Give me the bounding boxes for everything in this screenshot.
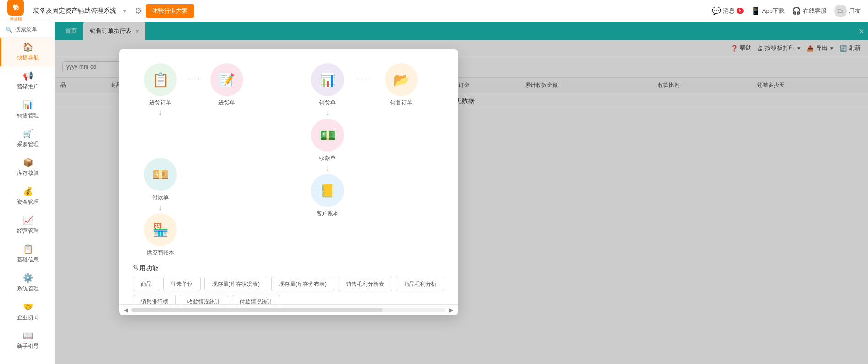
purchase-bill-label: 进货单	[218, 99, 235, 107]
supplier-ledger-circle: 🏪	[144, 213, 177, 246]
payment-label: 付款单	[152, 194, 169, 201]
sales-order-label: 销售订单	[390, 99, 412, 107]
online-service-button[interactable]: 🎧 在线客服	[792, 6, 827, 15]
download-icon: 📱	[751, 6, 760, 15]
user-label: 用友	[849, 7, 861, 15]
sidebar-item-operations[interactable]: 📈 经营管理	[0, 211, 55, 239]
func-btn-inventory-dist[interactable]: 现存量(库存分布表)	[271, 277, 334, 291]
sidebar-item-label: 销售管理	[17, 112, 39, 120]
receipt-label: 收款单	[319, 154, 336, 162]
scroll-thumb	[131, 308, 383, 312]
func-grid: 商品 往来单位 现存量(库存状况表) 现存量(库存分布表) 销售毛利分析表 商品…	[133, 277, 444, 291]
system-icon: ⚙️	[23, 273, 33, 283]
inventory-icon: 📦	[23, 158, 33, 168]
message-icon: 💬	[712, 6, 721, 15]
payment-circle: 💴	[144, 158, 177, 191]
scroll-track[interactable]	[131, 308, 446, 312]
flow-item-purchase-order[interactable]: 📋 进货订单	[133, 63, 188, 107]
sidebar-item-system[interactable]: ⚙️ 系统管理	[0, 268, 55, 297]
collab-icon: 🤝	[23, 302, 33, 312]
func-btn-goods[interactable]: 商品	[133, 277, 159, 291]
receipt-circle: 💵	[311, 119, 344, 152]
customer-ledger-label: 客户账本	[317, 210, 338, 217]
sidebar-item-label: 营销推广	[17, 83, 39, 91]
arrow-col-2: ←- - - -	[355, 63, 374, 82]
supplier-ledger-label: 供应商账本	[147, 249, 174, 257]
sidebar-item-guide[interactable]: 📖 新手引导	[0, 326, 55, 355]
modal-overlay: 📋 进货订单 ↓ 💴	[55, 22, 868, 364]
dropdown-arrow-icon[interactable]: ▼	[122, 8, 127, 14]
sales-order-circle: 📂	[385, 63, 418, 96]
search-menu-button[interactable]: 🔍 搜索菜单	[0, 22, 55, 38]
scroll-left-icon[interactable]: ◀	[124, 307, 128, 313]
scrollbar-row: ◀ ▶	[119, 304, 458, 315]
sales-bill-circle: 📊	[311, 63, 344, 96]
home-icon: 🏠	[23, 42, 33, 52]
sidebar-item-purchase[interactable]: 🛒 采购管理	[0, 124, 55, 153]
scroll-right-icon[interactable]: ▶	[449, 307, 453, 313]
sidebar-item-label: 经营管理	[17, 227, 39, 235]
down-arrow-1: ↓	[158, 109, 163, 117]
settings-icon[interactable]: ⚙	[135, 6, 142, 16]
flow-item-sales-bill[interactable]: 📊 销货单	[300, 63, 355, 107]
top-bar: 畅 标准版 装备及固定资产辅助管理系统 ▼ ⚙ 体验行业方案 💬 消息 5 📱 …	[0, 0, 868, 22]
logo-area: 畅 标准版	[7, 0, 24, 22]
sidebar: 🔍 搜索菜单 🏠 快捷导航 📢 营销推广 📊 销售管理 🛒 采购管理 📦	[0, 22, 55, 364]
guide-icon: 📖	[23, 331, 33, 341]
sales-bill-label: 销货单	[319, 99, 336, 107]
sidebar-item-label: 新手引导	[17, 342, 39, 350]
flow-col-left: 📋 进货订单 ↓ 💴	[133, 63, 188, 257]
sidebar-item-label: 库存核算	[17, 169, 39, 177]
flow-col-sales-order: 📂 销售订单	[374, 63, 429, 107]
flow-item-supplier-ledger[interactable]: 🏪 供应商账本	[133, 213, 188, 257]
app-download-label: App下载	[762, 7, 785, 15]
operations-icon: 📈	[23, 215, 33, 225]
sidebar-item-label: 快捷导航	[17, 54, 39, 62]
flow-item-purchase-bill[interactable]: 📝 进货单	[199, 63, 254, 107]
func-btn-partner[interactable]: 往来单位	[163, 277, 201, 291]
func-btn-receipt-stat[interactable]: 收款情况统计	[180, 295, 228, 304]
flow-col-sales-bill: 📊 销货单 ↓ 💵 收款单 ↓ 📒	[300, 63, 355, 217]
modal-body: 📋 进货订单 ↓ 💴	[119, 49, 458, 304]
trial-button[interactable]: 体验行业方案	[146, 4, 194, 18]
flow-item-sales-order[interactable]: 📂 销售订单	[374, 63, 429, 107]
sidebar-item-basic-info[interactable]: 📋 基础信息	[0, 239, 55, 268]
finance-icon: 💰	[23, 186, 33, 196]
flow-diagram: 📋 进货订单 ↓ 💴	[133, 63, 444, 257]
user-menu[interactable]: Ea 用友	[834, 5, 861, 17]
func-btn-payment-stat[interactable]: 付款情况统计	[232, 295, 280, 304]
func-btn-inventory-status[interactable]: 现存量(库存状况表)	[204, 277, 267, 291]
sidebar-item-label: 基础信息	[17, 256, 39, 264]
sidebar-item-label: 系统管理	[17, 285, 39, 293]
sidebar-item-marketing[interactable]: 📢 营销推广	[0, 66, 55, 95]
func-btn-goods-profit[interactable]: 商品毛利分析	[396, 277, 444, 291]
func-btn-sales-rank[interactable]: 销售排行榜	[133, 295, 176, 304]
flow-item-payment[interactable]: 💴 付款单	[133, 158, 188, 201]
app-download-button[interactable]: 📱 App下载	[751, 6, 785, 15]
sidebar-item-quick-nav[interactable]: 🏠 快捷导航	[0, 38, 55, 66]
logo-char: 畅	[13, 3, 19, 11]
flow-item-customer-ledger[interactable]: 📒 客户账本	[300, 174, 355, 217]
sidebar-item-finance[interactable]: 💰 资金管理	[0, 182, 55, 211]
customer-ledger-circle: 📒	[311, 174, 344, 207]
flow-item-receipt[interactable]: 💵 收款单	[300, 119, 355, 162]
down-arrow-sales: ↓	[326, 109, 330, 117]
dashed-arrow-left: ←- - - -	[355, 75, 374, 82]
sidebar-item-inventory[interactable]: 📦 库存核算	[0, 153, 55, 182]
func-btn-sales-profit[interactable]: 销售毛利分析表	[338, 277, 392, 291]
search-icon: 🔍	[5, 27, 12, 33]
func-grid-row2: 销售排行榜 收款情况统计 付款情况统计	[133, 295, 444, 304]
sidebar-item-sales[interactable]: 📊 销售管理	[0, 95, 55, 124]
message-label: 消息	[723, 7, 735, 15]
flow-col-middle: 📝 进货单	[199, 63, 254, 107]
down-arrow-receipt: ↓	[326, 164, 330, 172]
content-area: 首页 销售订单执行表 × ✕ ❓ 帮助 🖨 按模板打印 ▼	[55, 22, 868, 364]
marketing-icon: 📢	[23, 71, 33, 81]
service-icon: 🎧	[792, 6, 801, 15]
sidebar-item-label: 采购管理	[17, 141, 39, 148]
app-title-area: 装备及固定资产辅助管理系统	[33, 7, 116, 15]
sidebar-item-collab[interactable]: 🤝 企业协同	[0, 297, 55, 326]
flow-modal: 📋 进货订单 ↓ 💴	[119, 49, 458, 315]
top-bar-right: 💬 消息 5 📱 App下载 🎧 在线客服 Ea 用友	[712, 5, 861, 17]
message-button[interactable]: 💬 消息 5	[712, 6, 744, 15]
